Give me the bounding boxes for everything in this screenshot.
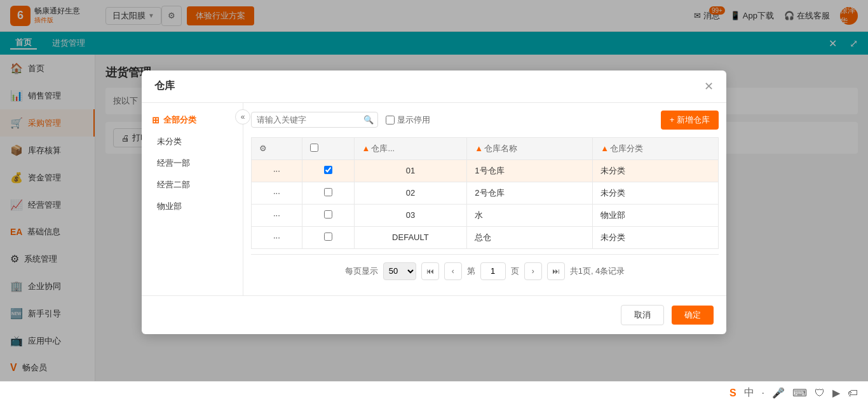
category-item-property[interactable]: 物业部: [142, 196, 243, 217]
category-all[interactable]: ⊞ 全部分类: [142, 109, 243, 131]
sort-icon: ▲: [362, 144, 370, 153]
sort-icon-name: ▲: [475, 144, 483, 153]
row-checkbox[interactable]: [324, 232, 332, 241]
col-checkbox: [302, 137, 354, 159]
table-row[interactable]: ··· 03 水 物业部: [252, 204, 719, 226]
row-category: 未分类: [593, 182, 719, 204]
warehouse-table: ⚙ ▲仓库... ▲仓库名称 ▲仓库分类 ··· 01 1号仓库 未分类 ···…: [251, 137, 719, 249]
col-name: ▲仓库名称: [467, 137, 593, 159]
sort-icon-cat: ▲: [600, 144, 609, 153]
row-checkbox[interactable]: [324, 188, 332, 196]
show-disabled-wrap: 显示停用: [386, 114, 430, 126]
row-actions[interactable]: ···: [252, 226, 302, 248]
row-actions[interactable]: ···: [252, 182, 302, 204]
show-disabled-checkbox[interactable]: [386, 116, 395, 125]
category-item-ops2[interactable]: 经营二部: [142, 174, 243, 196]
row-name: 1号仓库: [467, 159, 593, 182]
table-area: 🔍 显示停用 + 新增仓库 ⚙ ▲仓库...: [243, 103, 726, 295]
row-category: 物业部: [593, 204, 719, 226]
category-all-icon: ⊞: [152, 115, 159, 125]
add-warehouse-button[interactable]: + 新增仓库: [661, 111, 719, 130]
row-actions[interactable]: ···: [252, 204, 302, 226]
confirm-button[interactable]: 确定: [672, 306, 714, 325]
bottom-icon-play[interactable]: ▶: [832, 387, 840, 399]
category-item-ops1[interactable]: 经营一部: [142, 152, 243, 174]
modal-header: 仓库 ✕: [142, 71, 726, 103]
row-checkbox[interactable]: [324, 166, 332, 174]
cancel-button[interactable]: 取消: [621, 305, 664, 325]
bottom-icon-keyboard[interactable]: ⌨: [792, 387, 807, 399]
select-all-checkbox[interactable]: [310, 144, 318, 152]
row-category: 未分类: [593, 159, 719, 182]
bottom-icon-lang[interactable]: 中: [744, 386, 754, 400]
prev-page-button[interactable]: ‹: [444, 262, 462, 280]
bottom-bar: S 中 · 🎤 ⌨ 🛡 ▶ 🏷: [0, 381, 868, 404]
modal-title: 仓库: [154, 79, 175, 93]
bottom-icon-shield[interactable]: 🛡: [815, 387, 825, 399]
category-item-uncategorized[interactable]: 未分类: [142, 131, 243, 152]
search-input[interactable]: [257, 115, 363, 125]
modal-close-button[interactable]: ✕: [704, 79, 714, 93]
table-toolbar: 🔍 显示停用 + 新增仓库: [251, 111, 719, 130]
modal-overlay: 仓库 ✕ « ⊞ 全部分类 未分类 经营一部 经营二部 物业部: [0, 0, 868, 404]
warehouse-modal: 仓库 ✕ « ⊞ 全部分类 未分类 经营一部 经营二部 物业部: [142, 71, 726, 334]
page-number-input[interactable]: [480, 262, 506, 280]
modal-footer: 取消 确定: [142, 295, 726, 334]
col-category: ▲仓库分类: [593, 137, 719, 159]
bottom-icon-s[interactable]: S: [729, 387, 736, 399]
row-checkbox-cell: [302, 226, 354, 248]
row-code: 02: [354, 182, 467, 204]
row-name: 水: [467, 204, 593, 226]
first-page-button[interactable]: ⏮: [421, 262, 439, 280]
col-code: ▲仓库...: [354, 137, 467, 159]
table-row[interactable]: ··· 01 1号仓库 未分类: [252, 159, 719, 182]
modal-body: « ⊞ 全部分类 未分类 经营一部 经营二部 物业部 🔍: [142, 103, 726, 295]
row-code: 01: [354, 159, 467, 182]
row-code: 03: [354, 204, 467, 226]
col-gear: ⚙: [252, 137, 302, 159]
table-row[interactable]: ··· 02 2号仓库 未分类: [252, 182, 719, 204]
bottom-icon-mic[interactable]: 🎤: [772, 387, 785, 399]
table-row[interactable]: ··· DEFAULT 总仓 未分类: [252, 226, 719, 248]
next-page-button[interactable]: ›: [524, 262, 542, 280]
row-checkbox-cell: [302, 159, 354, 182]
category-sidebar: « ⊞ 全部分类 未分类 经营一部 经营二部 物业部: [142, 103, 243, 295]
bottom-icon-dot[interactable]: ·: [762, 387, 764, 399]
row-name: 总仓: [467, 226, 593, 248]
pagination: 每页显示 50 20 100 ⏮ ‹ 第 页 › ⏭ 共1页, 4条记录: [251, 254, 719, 288]
row-category: 未分类: [593, 226, 719, 248]
per-page-select[interactable]: 50 20 100: [383, 262, 416, 280]
row-checkbox[interactable]: [324, 210, 332, 219]
row-name: 2号仓库: [467, 182, 593, 204]
row-actions[interactable]: ···: [252, 159, 302, 182]
bottom-icon-tag[interactable]: 🏷: [848, 387, 858, 399]
search-icon: 🔍: [363, 115, 374, 125]
last-page-button[interactable]: ⏭: [547, 262, 565, 280]
search-wrap: 🔍: [251, 112, 378, 128]
row-checkbox-cell: [302, 204, 354, 226]
category-collapse-button[interactable]: «: [235, 109, 250, 125]
row-code: DEFAULT: [354, 226, 467, 248]
row-checkbox-cell: [302, 182, 354, 204]
